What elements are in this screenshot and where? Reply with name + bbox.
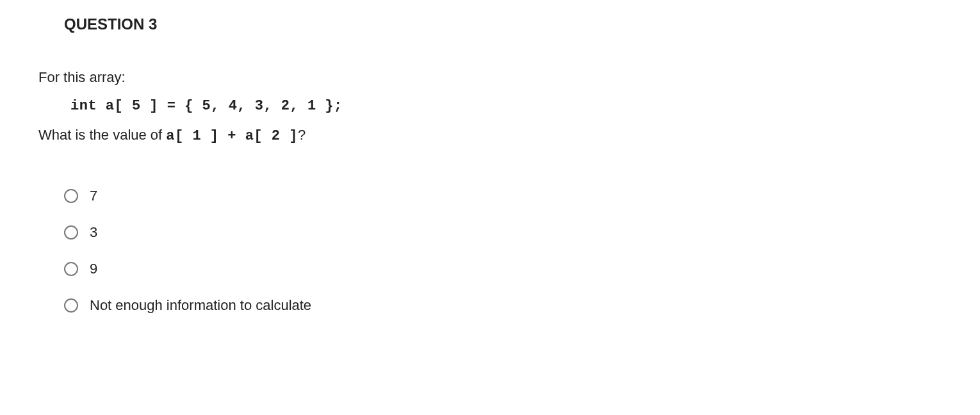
option-label: Not enough information to calculate	[90, 295, 311, 316]
question-heading: QUESTION 3	[64, 13, 942, 36]
option-1[interactable]: 7	[64, 185, 942, 206]
prompt-expression: a[ 1 ] + a[ 2 ]	[166, 128, 298, 144]
option-label: 3	[90, 222, 97, 243]
radio-icon	[64, 225, 78, 240]
prompt-suffix: ?	[298, 127, 306, 143]
option-4[interactable]: Not enough information to calculate	[64, 295, 942, 316]
prompt-prefix: What is the value of	[38, 127, 166, 143]
prompt-intro: For this array:	[38, 67, 942, 88]
option-label: 9	[90, 258, 97, 279]
radio-icon	[64, 262, 78, 276]
option-3[interactable]: 9	[64, 258, 942, 279]
option-2[interactable]: 3	[64, 222, 942, 243]
code-declaration: int a[ 5 ] = { 5, 4, 3, 2, 1 };	[70, 95, 942, 117]
options-group: 7 3 9 Not enough information to calculat…	[64, 185, 942, 316]
prompt-question: What is the value of a[ 1 ] + a[ 2 ]?	[38, 124, 942, 147]
option-label: 7	[90, 185, 97, 206]
radio-icon	[64, 189, 78, 203]
radio-icon	[64, 298, 78, 313]
